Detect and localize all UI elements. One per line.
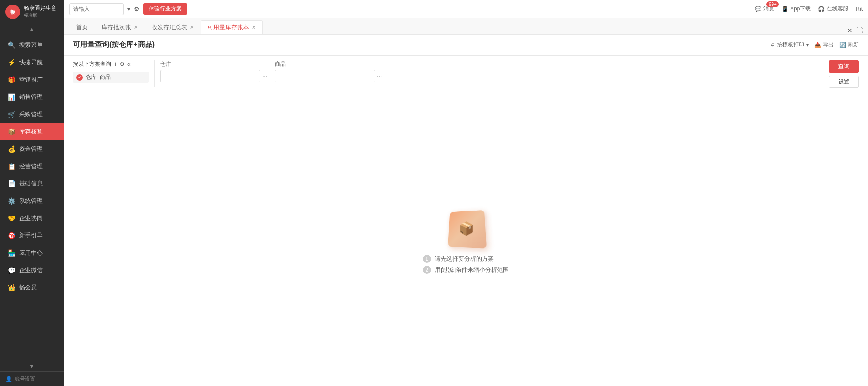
filter-actions: 查询 设置 xyxy=(829,60,859,88)
sidebar-nav: 🔍搜索菜单⚡快捷导航🎁营销推广📊销售管理🛒采购管理📦库存核算💰资金管理📋经营管理… xyxy=(0,35,64,361)
sidebar-item-finance[interactable]: 💰资金管理 xyxy=(0,140,64,158)
sidebar-item-label-search: 搜索菜单 xyxy=(19,41,43,49)
topbar-dropdown-icon[interactable]: ▾ xyxy=(127,6,130,12)
sidebar-item-icon-marketing_promo: 🎁 xyxy=(7,76,15,83)
goods-input-row: ··· xyxy=(275,70,382,82)
app-logo: 畅 xyxy=(5,5,20,19)
query-button[interactable]: 查询 xyxy=(829,60,859,73)
warehouse-dots-icon[interactable]: ··· xyxy=(262,72,268,80)
sidebar-item-purchase[interactable]: 🛒采购管理 xyxy=(0,106,64,123)
tab-close-available_ledger[interactable]: ✕ xyxy=(252,25,256,31)
tab-label-available_ledger: 可用量库存账本 xyxy=(208,23,249,31)
sidebar-item-label-purchase: 采购管理 xyxy=(19,110,43,118)
tab-close-batch_ledger[interactable]: ✕ xyxy=(134,25,138,31)
sidebar-item-icon-shortcut: ⚡ xyxy=(7,59,15,66)
tab-close-all-icon[interactable]: ✕ xyxy=(847,27,853,34)
user-info[interactable]: Rit xyxy=(856,6,863,12)
warehouse-input[interactable] xyxy=(160,70,260,82)
warehouse-field-label: 仓库 xyxy=(160,60,268,68)
filter-scheme-header: 按以下方案查询 + ⚙ « xyxy=(73,60,149,68)
content-area: 可用量查询(按仓库+商品) 🖨 按模板打印 ▾ 📤 导出 🔄 刷新 xyxy=(64,35,868,386)
filter-scheme-settings-icon[interactable]: ⚙ xyxy=(120,61,125,67)
settings-button[interactable]: 设置 xyxy=(829,76,859,88)
sidebar-item-inventory[interactable]: 📦库存核算 xyxy=(0,123,64,140)
tab-batch_ledger[interactable]: 库存批次账✕ xyxy=(95,20,145,34)
sidebar-item-sales[interactable]: 📊销售管理 xyxy=(0,88,64,106)
sidebar-item-member[interactable]: 👑畅会员 xyxy=(0,279,64,296)
sidebar-item-icon-member: 👑 xyxy=(7,284,15,291)
empty-box-illustration: 📦 xyxy=(448,210,487,248)
filter-fields: 仓库 ··· 商品 ··· xyxy=(160,60,823,82)
industry-solution-button[interactable]: 体验行业方案 xyxy=(143,3,187,15)
online-service-button[interactable]: 🎧 在线客服 xyxy=(818,5,848,13)
filter-scheme-collapse-icon[interactable]: « xyxy=(127,61,131,67)
hint-num-2: 2 xyxy=(423,266,431,274)
sidebar-item-label-member: 畅会员 xyxy=(19,283,37,292)
scheme-item-warehouse-goods[interactable]: ✓ 仓库+商品 xyxy=(73,72,149,83)
sidebar-item-icon-search: 🔍 xyxy=(7,41,15,49)
sidebar-item-icon-sales: 📊 xyxy=(7,93,15,101)
message-button[interactable]: 💬 消息 99+ xyxy=(755,5,774,13)
tabbar-actions: ✕ ⛶ xyxy=(847,27,863,34)
template-print-icon: 🖨 xyxy=(770,42,775,48)
sidebar-item-icon-wechat: 💬 xyxy=(7,267,15,274)
sidebar-footer-label: 账号设置 xyxy=(15,376,35,382)
tab-available_ledger[interactable]: 可用量库存账本✕ xyxy=(201,20,263,34)
tab-label-batch_ledger: 库存批次账 xyxy=(102,23,131,31)
goods-dots-icon[interactable]: ··· xyxy=(377,72,382,80)
topbar-search-input[interactable] xyxy=(69,3,124,15)
refresh-button[interactable]: 🔄 刷新 xyxy=(839,41,859,49)
main-area: ▾ ⚙ 体验行业方案 💬 消息 99+ 📱 App下载 🎧 在线客服 Rit 首… xyxy=(64,0,868,386)
goods-input[interactable] xyxy=(275,70,375,82)
app-download-button[interactable]: 📱 App下载 xyxy=(782,5,811,13)
sidebar-item-enterprise[interactable]: 🤝企业协同 xyxy=(0,210,64,227)
sidebar-item-icon-newbie: 🎯 xyxy=(7,232,15,239)
topbar-gear-icon[interactable]: ⚙ xyxy=(134,5,140,13)
sidebar-item-wechat[interactable]: 💬企业微信 xyxy=(0,262,64,279)
sidebar-item-newbie[interactable]: 🎯新手引导 xyxy=(0,227,64,244)
sidebar-scroll-down[interactable]: ▼ xyxy=(0,361,64,371)
filter-field-warehouse: 仓库 ··· xyxy=(160,60,268,82)
sidebar-item-label-shortcut: 快捷导航 xyxy=(19,58,43,67)
hint-num-1: 1 xyxy=(423,255,431,263)
sidebar-item-label-marketing_promo: 营销推广 xyxy=(19,76,43,84)
sidebar-item-shortcut[interactable]: ⚡快捷导航 xyxy=(0,54,64,71)
sidebar-item-icon-operations: 📋 xyxy=(7,163,15,170)
sidebar-item-label-appstore: 应用中心 xyxy=(19,249,43,257)
sidebar-item-system[interactable]: ⚙️系统管理 xyxy=(0,192,64,210)
sidebar-item-operations[interactable]: 📋经营管理 xyxy=(0,158,64,175)
sidebar-item-label-operations: 经营管理 xyxy=(19,162,43,170)
page-header: 可用量查询(按仓库+商品) 🖨 按模板打印 ▾ 📤 导出 🔄 刷新 xyxy=(64,35,868,56)
tabbar: 首页库存批次账✕收发存汇总表✕可用量库存账本✕ ✕ ⛶ xyxy=(64,18,868,35)
filter-scheme-add-icon[interactable]: + xyxy=(114,61,117,67)
filter-field-goods: 商品 ··· xyxy=(275,60,382,82)
message-badge: 99+ xyxy=(766,1,779,7)
tab-label-home: 首页 xyxy=(76,23,88,31)
filter-area: 按以下方案查询 + ⚙ « ✓ 仓库+商品 仓库 ··· xyxy=(64,56,868,93)
sidebar-item-icon-inventory: 📦 xyxy=(7,128,15,135)
online-service-icon: 🎧 xyxy=(818,6,825,12)
sidebar-item-label-system: 系统管理 xyxy=(19,197,43,205)
sidebar-item-label-enterprise: 企业协同 xyxy=(19,214,43,222)
sidebar-scroll-up[interactable]: ▲ xyxy=(0,24,64,35)
tab-expand-icon[interactable]: ⛶ xyxy=(856,27,863,34)
empty-face-icon: 📦 xyxy=(458,221,474,236)
sidebar-item-appstore[interactable]: 🏪应用中心 xyxy=(0,244,64,262)
app-name: 畅康通好生意 xyxy=(24,5,56,12)
sidebar-footer: 👤 账号设置 xyxy=(0,371,64,386)
tab-home[interactable]: 首页 xyxy=(69,20,95,34)
filter-scheme-label: 按以下方案查询 xyxy=(73,60,111,68)
tab-close-receipt_summary[interactable]: ✕ xyxy=(190,25,194,31)
tab-receipt_summary[interactable]: 收发存汇总表✕ xyxy=(145,20,201,34)
sidebar-item-label-sales: 销售管理 xyxy=(19,93,43,101)
empty-hint-1: 1请先选择要分析的方案 xyxy=(423,255,509,263)
export-button[interactable]: 📤 导出 xyxy=(814,41,834,49)
empty-hint-2: 2用[过滤]条件来缩小分析范围 xyxy=(423,266,509,274)
sidebar-item-basics[interactable]: 📄基础信息 xyxy=(0,175,64,192)
sidebar-item-marketing_promo[interactable]: 🎁营销推广 xyxy=(0,71,64,88)
username: Rit xyxy=(856,6,863,12)
template-print-dropdown-icon: ▾ xyxy=(806,42,809,48)
message-icon: 💬 xyxy=(755,6,761,12)
sidebar-item-search[interactable]: 🔍搜索菜单 xyxy=(0,36,64,54)
template-print-button[interactable]: 🖨 按模板打印 ▾ xyxy=(770,41,809,49)
